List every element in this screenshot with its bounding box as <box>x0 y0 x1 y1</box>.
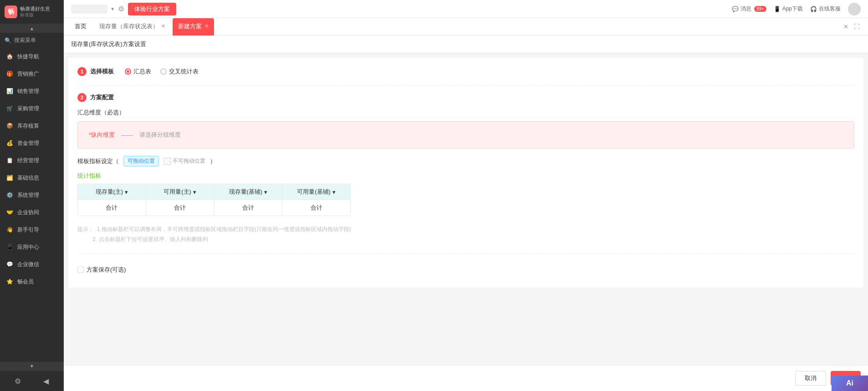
step2-header: 2 方案配置 <box>77 93 854 102</box>
window-close-btn[interactable]: ✕ <box>841 23 851 30</box>
headset-icon: 🎧 <box>810 6 817 12</box>
messages-action[interactable]: 💬 消息 99+ <box>732 5 766 13</box>
sidebar-settings-btn[interactable]: ⚙ <box>11 375 24 387</box>
sidebar-item-quick-nav[interactable]: 🏠 快捷导航 <box>0 48 64 65</box>
nav-label-basic: 基础信息 <box>17 174 39 182</box>
form-panel: 1 选择模板 汇总表 交叉统计表 <box>68 58 863 288</box>
folder-icon: 🗂️ <box>5 174 14 182</box>
save-checkbox[interactable] <box>77 267 84 273</box>
save-option[interactable]: 方案保存(可选) <box>77 261 854 278</box>
table-header-col3[interactable]: 现存量(基辅) ▾ <box>214 184 283 200</box>
online-service-label: 在线客服 <box>819 5 841 13</box>
nav-label-cooperation: 企业协同 <box>17 209 39 216</box>
ai-button[interactable]: Ai <box>832 376 868 391</box>
nav-label-sales: 销售管理 <box>17 87 39 95</box>
tab-home[interactable]: 首页 <box>69 18 92 36</box>
table-header-row: 现存量(主) ▾ 可用量(主) ▾ 现存量(基辅) ▾ 可用量(基辅) <box>78 184 350 200</box>
sidebar-item-marketing[interactable]: 🎁 营销推广 <box>0 65 64 82</box>
radio-summary[interactable]: 汇总表 <box>125 67 151 76</box>
table-header-col2[interactable]: 可用量(主) ▾ <box>146 184 214 200</box>
cancel-button[interactable]: 取消 <box>795 371 826 386</box>
sidebar-scroll-down[interactable]: ▼ <box>0 362 64 370</box>
new-plan-tab-close[interactable]: ✕ <box>204 23 209 29</box>
dim-dash: —— <box>121 132 133 139</box>
header-chevron-icon[interactable]: ▾ <box>111 5 114 12</box>
tip-2: 2. 点击标题栏下拉可设置排序、插入列和删除列 <box>77 235 854 245</box>
radio-summary-label: 汇总表 <box>133 67 151 76</box>
gift-icon: 🎁 <box>5 70 14 78</box>
inventory-tab-close[interactable]: ✕ <box>161 23 165 29</box>
header-search-input[interactable] <box>71 5 107 14</box>
handshake-icon: 🤝 <box>5 208 14 216</box>
metrics-setting-end: ） <box>210 157 216 165</box>
radio-dot-summary <box>125 68 131 75</box>
radio-cross[interactable]: 交叉统计表 <box>160 67 199 76</box>
phone-icon: 📱 <box>774 6 781 12</box>
col3-chevron: ▾ <box>264 189 267 196</box>
tips-section: 提示： 1.拖动标题栏可以调整布局，不可跨维度或指标区域拖动栏目字段(只能在同一… <box>77 225 854 244</box>
step2-section: 2 方案配置 汇总维度（必选） *纵向维度 —— 请选择分组维度 模板指标设定（ <box>77 93 854 244</box>
col2-chevron: ▾ <box>193 189 196 196</box>
sidebar-item-cooperation[interactable]: 🤝 企业协同 <box>0 204 64 221</box>
sidebar-item-purchase[interactable]: 🛒 采购管理 <box>0 100 64 117</box>
summary-dim-label: 汇总维度（必选） <box>77 108 854 117</box>
tab-new-plan[interactable]: 新建方案 ✕ <box>173 18 214 36</box>
sidebar-item-inventory[interactable]: 📦 库存核算 <box>0 117 64 134</box>
non-draggable-label: 不可拖动位置 <box>173 157 205 165</box>
sidebar-item-guide[interactable]: 👋 新手引导 <box>0 221 64 238</box>
sidebar-search[interactable]: 🔍 搜索菜单 <box>0 33 64 48</box>
step-divider-1 <box>77 85 854 86</box>
experience-btn[interactable]: 体验行业方案 <box>128 3 176 15</box>
sidebar-item-system[interactable]: ⚙️ 系统管理 <box>0 186 64 204</box>
sidebar-item-app-center[interactable]: 📱 应用中心 <box>0 238 64 256</box>
sidebar-item-wechat[interactable]: 💬 企业微信 <box>0 256 64 273</box>
clipboard-icon: 📋 <box>5 156 14 165</box>
sidebar-item-member[interactable]: ⭐ 畅会员 <box>0 273 64 290</box>
sidebar-item-sales[interactable]: 📊 销售管理 <box>0 82 64 100</box>
nav-label-inventory: 库存核算 <box>17 122 39 130</box>
header-right: 💬 消息 99+ 📱 App下载 🎧 在线客服 <box>732 3 861 15</box>
metrics-setting-label: 模板指标设定（ <box>77 157 119 165</box>
nav-label-wechat: 企业微信 <box>17 261 39 268</box>
table-cell-1-1: 合计 <box>78 200 146 216</box>
box-icon: 📦 <box>5 122 14 130</box>
inventory-tab-label: 现存量（库存状况表） <box>99 22 158 31</box>
user-avatar[interactable] <box>848 3 861 15</box>
step1-badge: 1 <box>77 67 87 76</box>
sidebar-bottom: ⚙ ◀ <box>0 370 64 391</box>
col3-label: 现存量(基辅) <box>229 188 263 196</box>
messages-label: 消息 <box>740 5 751 13</box>
app-download-action[interactable]: 📱 App下载 <box>774 5 803 13</box>
sidebar-scroll-up[interactable]: ▲ <box>0 24 64 33</box>
table-cell-1-3: 合计 <box>214 200 283 216</box>
gear-icon: ⚙️ <box>5 191 14 199</box>
metrics-table: 现存量(主) ▾ 可用量(主) ▾ 现存量(基辅) ▾ 可用量(基辅) <box>77 184 351 216</box>
star-icon: ⭐ <box>5 278 14 286</box>
header-settings-icon[interactable]: ⚙ <box>118 5 124 13</box>
step2-title: 方案配置 <box>90 93 114 102</box>
app-download-label: App下载 <box>782 5 803 13</box>
sidebar-item-basic-info[interactable]: 🗂️ 基础信息 <box>0 169 64 186</box>
sidebar-item-finance[interactable]: 💰 资金管理 <box>0 134 64 152</box>
nav-label-operation: 经营管理 <box>17 157 39 165</box>
nav-label-quick: 快捷导航 <box>17 53 39 61</box>
nav-label-purchase: 采购管理 <box>17 105 39 113</box>
col1-label: 现存量(主) <box>96 188 123 196</box>
template-radio-group: 汇总表 交叉统计表 <box>125 67 199 76</box>
sidebar-audio-btn[interactable]: ◀ <box>40 375 52 387</box>
sidebar-item-operation[interactable]: 📋 经营管理 <box>0 152 64 169</box>
radio-cross-label: 交叉统计表 <box>169 67 199 76</box>
table-header-col1[interactable]: 现存量(主) ▾ <box>78 184 146 200</box>
window-expand-btn[interactable]: ⛶ <box>851 23 863 30</box>
step1-section: 1 选择模板 汇总表 交叉统计表 <box>77 67 854 76</box>
nav-label-marketing: 营销推广 <box>17 70 39 78</box>
wave-icon: 👋 <box>5 226 14 234</box>
online-service-action[interactable]: 🎧 在线客服 <box>810 5 841 13</box>
table-header-col4[interactable]: 可用量(基辅) ▾ <box>282 184 350 200</box>
tab-inventory-status[interactable]: 现存量（库存状况表） ✕ <box>94 18 171 36</box>
table-cell-1-2: 合计 <box>146 200 214 216</box>
nav-label-guide: 新手引导 <box>17 226 39 234</box>
dim-placeholder[interactable]: 请选择分组维度 <box>139 131 181 139</box>
table-data-row: 合计 合计 合计 合计 <box>78 200 350 216</box>
sidebar-nav: 🏠 快捷导航 🎁 营销推广 📊 销售管理 🛒 采购管理 📦 库存核算 💰 资金管… <box>0 48 64 362</box>
